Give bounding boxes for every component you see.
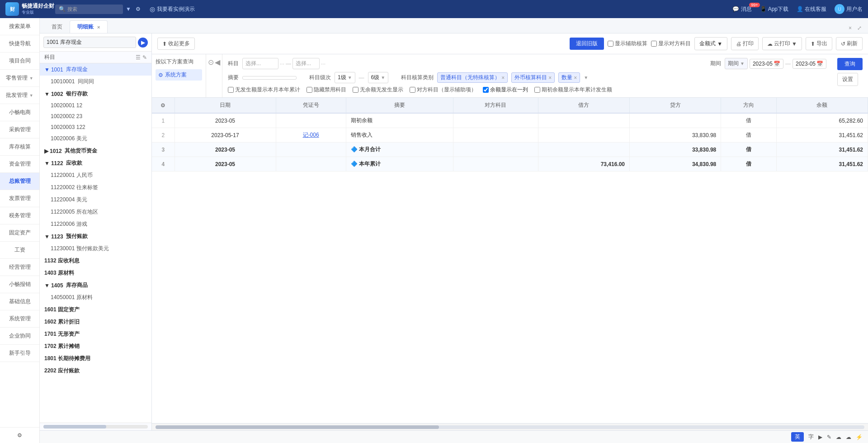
bottom-scrollbar[interactable] [156, 425, 864, 429]
check-contra-input[interactable] [410, 87, 415, 93]
check-no-balance-input[interactable] [353, 87, 359, 93]
app-download-btn[interactable]: 📱 App下载 [760, 5, 788, 13]
collect-more-btn[interactable]: ⬆ 收起更多 [157, 38, 195, 50]
sidebar-item-guide[interactable]: 新手引导 [0, 345, 39, 362]
sidebar-item-ecom[interactable]: 小畅电商 [0, 104, 39, 121]
tree-item-11220006[interactable]: 11220006 游戏 [40, 218, 151, 230]
tab-close-icon[interactable]: × [97, 24, 100, 30]
query-btn[interactable]: 查询 [837, 58, 863, 70]
tree-view-icon[interactable]: ☰ [136, 54, 141, 61]
status-icon-1[interactable]: 字 [808, 433, 814, 441]
td-voucher[interactable]: 记-006 [276, 128, 346, 143]
left-panel-scrollbar[interactable] [43, 425, 148, 429]
status-icon-6[interactable]: ⚡ [856, 434, 863, 440]
tree-item-11220002[interactable]: 11220002 往来标签 [40, 181, 151, 194]
sidebar-item-wholesale[interactable]: 批发管理 ▼ [0, 87, 39, 104]
status-icon-3[interactable]: ✎ [827, 434, 831, 440]
sidebar-item-invoice[interactable]: 发票管理 [0, 190, 39, 207]
sidebar-item-expense[interactable]: 小畅报销 [0, 276, 39, 293]
check-hidden-input[interactable] [307, 87, 312, 93]
account-selector[interactable]: 1001 库存现金 [43, 37, 136, 48]
status-icon-4[interactable]: ☁ [836, 434, 841, 440]
status-icon-2[interactable]: ▶ [818, 434, 822, 440]
check-balance-col-input[interactable] [483, 87, 489, 93]
window-close-icon[interactable]: × [847, 23, 854, 33]
tree-item-10010001[interactable]: 10010001 同同同 [40, 76, 151, 88]
show-aux-input[interactable] [608, 41, 613, 47]
show-aux-checkbox[interactable]: 显示辅助核算 [608, 40, 647, 48]
user-btn[interactable]: U 用户名 [835, 4, 863, 14]
refresh-btn[interactable]: ↺ 刷新 [836, 37, 863, 50]
window-expand-icon[interactable]: ⤢ [855, 23, 863, 33]
period-from-input[interactable]: 2023-05 📅 [750, 59, 783, 69]
level-from-select[interactable]: 1级 ▼ [335, 72, 355, 83]
th-settings-icon[interactable]: ⚙ [160, 102, 165, 109]
tree-item-1701[interactable]: 1701 无形资产 [40, 328, 151, 340]
status-lang-btn[interactable]: 英 [791, 432, 804, 442]
tree-item-11230001[interactable]: 11230001 预付账款美元 [40, 243, 151, 255]
print-btn[interactable]: 🖨 打印 [731, 37, 759, 50]
tree-item-1012[interactable]: ▶ 1012 其他货币资金 [40, 145, 151, 157]
check-no-balance[interactable]: 无余额无发生显示 [353, 86, 403, 94]
tree-item-1405[interactable]: ▼ 1405 库存商品 [40, 279, 151, 291]
check-opening[interactable]: 期初余额显示本年累计发生额 [534, 86, 612, 94]
tree-item-1002[interactable]: ▼ 1002 银行存款 [40, 88, 151, 100]
tab-detail[interactable]: 明细账 × [70, 20, 108, 33]
scheme-header[interactable]: 按以下方案查询 [156, 58, 202, 66]
filter-settings-btn[interactable]: 设置 [837, 73, 858, 86]
sidebar-settings-btn[interactable]: ⚙ [0, 427, 39, 443]
amount-format-btn[interactable]: 金额式 ▼ [694, 37, 727, 50]
level-to-select[interactable]: 6级 ▼ [368, 72, 389, 83]
tree-item-11220001[interactable]: 11220001 人民币 [40, 169, 151, 181]
category-dropdown-icon[interactable]: ▼ [584, 75, 588, 80]
sidebar-item-tax[interactable]: 税务管理 [0, 207, 39, 224]
sidebar-item-search[interactable]: 搜索菜单 [0, 18, 39, 35]
sidebar-item-purchase[interactable]: 采购管理 [0, 121, 39, 138]
sidebar-item-system[interactable]: 系统管理 [0, 310, 39, 328]
online-service-btn[interactable]: 👤 在线客服 [797, 5, 826, 13]
category-tag-qty-close[interactable]: × [574, 75, 577, 81]
check-hidden[interactable]: 隐藏禁用科目 [307, 86, 346, 94]
tree-item-10020006[interactable]: 10020006 美元 [40, 133, 151, 145]
export-btn[interactable]: ⬆ 导出 [806, 37, 832, 50]
sidebar-item-inventory[interactable]: 库存核算 [0, 138, 39, 156]
tree-item-1132[interactable]: 1132 应收利息 [40, 255, 151, 267]
sidebar-item-operations[interactable]: 经营管理 [0, 259, 39, 276]
summary-input[interactable] [242, 76, 297, 80]
tree-item-11220004[interactable]: 11220004 美元 [40, 194, 151, 206]
sidebar-item-collab[interactable]: 企业协同 [0, 328, 39, 345]
sidebar-item-retail[interactable]: 零售管理 ▼ [0, 70, 39, 87]
message-btn[interactable]: 💬 消息 99+ [732, 5, 751, 13]
subject-to-input[interactable]: 选择... [292, 58, 320, 69]
tree-item-1123[interactable]: ▼ 1123 预付账款 [40, 230, 151, 243]
sidebar-item-nav[interactable]: 快捷导航 [0, 35, 39, 52]
scheme-item-system[interactable]: ⚙ 系统方案 [156, 69, 202, 81]
category-tag-normal-close[interactable]: × [501, 75, 505, 81]
show-contra-input[interactable] [651, 41, 657, 47]
check-contra[interactable]: 对方科目（显示辅助项） [410, 86, 476, 94]
sidebar-item-contract[interactable]: 项目合同 [0, 52, 39, 70]
check-opening-input[interactable] [534, 87, 540, 93]
show-contra-checkbox[interactable]: 显示对方科目 [651, 40, 691, 48]
tree-item-1122[interactable]: ▼ 1122 应收款 [40, 157, 151, 169]
period-to-input[interactable]: 2023-05 📅 [793, 59, 826, 69]
tree-edit-icon[interactable]: ✎ [142, 54, 147, 61]
sidebar-item-fixed-assets[interactable]: 固定资产 [0, 224, 39, 242]
settings-icon[interactable]: ⚙ [136, 6, 141, 12]
tree-item-10020003[interactable]: 10020003 122 [40, 122, 151, 133]
status-icon-5[interactable]: ☁ [846, 434, 851, 440]
category-tag-foreign-close[interactable]: × [548, 75, 552, 81]
tree-item-1001[interactable]: ▼ 1001 库存现金 [40, 63, 151, 76]
filter-icon[interactable]: ⊙ [208, 58, 214, 67]
return-old-btn[interactable]: 退回旧版 [570, 38, 604, 50]
tree-item-10020001[interactable]: 10020001 12 [40, 100, 151, 111]
tree-item-1602[interactable]: 1602 累计折旧 [40, 316, 151, 328]
tree-item-10020002[interactable]: 10020002 23 [40, 111, 151, 122]
tab-home[interactable]: 首页 [44, 21, 70, 33]
cloud-print-btn[interactable]: ☁ 云打印 ▼ [762, 37, 802, 50]
collapse-arrow-icon[interactable]: ◀ [215, 58, 220, 67]
period-type-select[interactable]: 期间 ▼ [725, 58, 748, 69]
demo-link[interactable]: ◎ 我要看实例演示 [150, 5, 195, 13]
tree-item-1702[interactable]: 1702 累计摊销 [40, 340, 151, 352]
sidebar-item-ledger[interactable]: 总账管理 [0, 173, 39, 190]
